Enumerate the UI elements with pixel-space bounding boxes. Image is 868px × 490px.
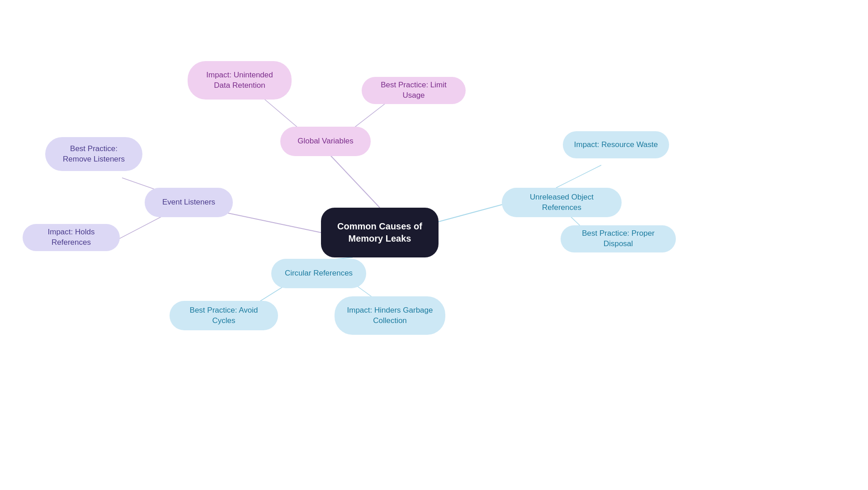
svg-line-6 [439,202,511,222]
impact-holds-node: Impact: Holds References [23,224,120,251]
circular-references-node: Circular References [271,259,366,288]
best-practice-remove-node: Best Practice: Remove Listeners [45,137,142,171]
event-listeners-node: Event Listeners [145,188,233,217]
best-practice-disposal-node: Best Practice: Proper Disposal [561,225,676,252]
svg-line-0 [326,150,380,208]
impact-unintended-node: Impact: Unintended Data Retention [188,61,292,100]
global-variables-node: Global Variables [280,127,371,156]
svg-line-3 [222,212,321,233]
unreleased-object-node: Unreleased Object References [502,188,622,217]
best-practice-avoid-node: Best Practice: Avoid Cycles [170,301,278,330]
impact-resource-waste-node: Impact: Resource Waste [563,131,669,158]
center-node: Common Causes of Memory Leaks [321,208,439,257]
best-practice-limit-node: Best Practice: Limit Usage [362,77,466,104]
impact-hinders-node: Impact: Hinders Garbage Collection [335,296,445,335]
svg-line-7 [556,165,601,188]
